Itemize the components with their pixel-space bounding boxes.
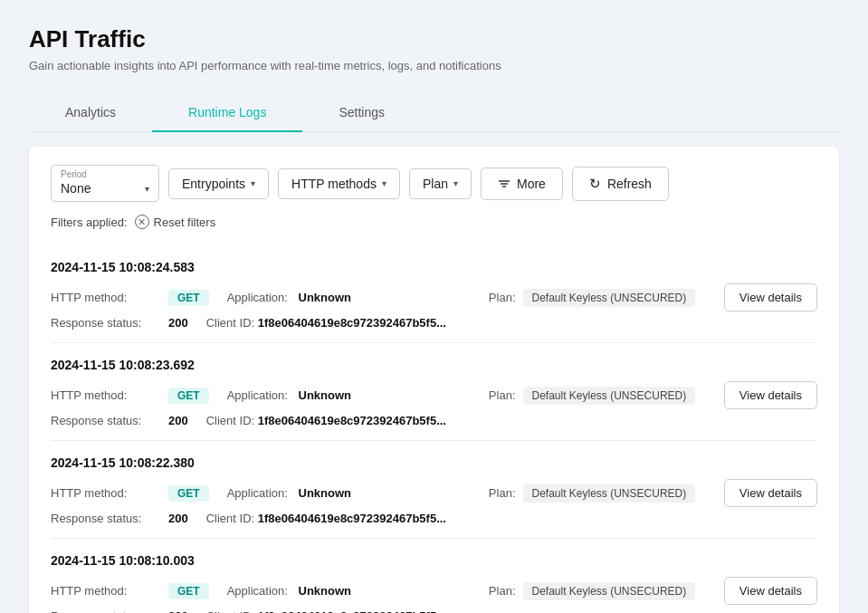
http-method-label: HTTP method: xyxy=(51,291,168,304)
application-value: Unknown xyxy=(299,388,352,402)
period-dropdown[interactable]: Period None ▾ xyxy=(51,165,159,202)
reset-filters-label: Reset filters xyxy=(154,216,216,229)
log-status-row: Response status: 200 Client ID: 1f8e0640… xyxy=(51,512,817,525)
log-timestamp: 2024-11-15 10:08:10.003 xyxy=(51,553,817,568)
response-status-label: Response status: xyxy=(51,609,168,613)
client-id-section: Client ID: 1f8e06404619e8c972392467b5f5.… xyxy=(206,512,817,525)
chevron-down-icon: ▾ xyxy=(453,178,458,188)
plan-label: Plan xyxy=(423,177,448,191)
http-methods-label: HTTP methods xyxy=(291,177,377,191)
application-label: Application: xyxy=(227,291,288,304)
page-subtitle: Gain actionable insights into API perfor… xyxy=(29,59,839,72)
chevron-down-icon: ▾ xyxy=(251,178,255,188)
response-status-value: 200 xyxy=(168,414,188,427)
method-badge: GET xyxy=(168,290,209,306)
reset-filters-button[interactable]: ✕ Reset filters xyxy=(135,215,216,229)
plan-label: Plan: xyxy=(489,291,516,304)
client-id-section: Client ID: 1f8e06404619e8c972392467b5f5.… xyxy=(206,609,817,613)
http-method-label: HTTP method: xyxy=(51,486,168,500)
tab-runtime-logs[interactable]: Runtime Logs xyxy=(152,94,302,132)
entrypoints-label: Entrypoints xyxy=(182,177,245,191)
logs-container: 2024-11-15 10:08:24.583 HTTP method: GET… xyxy=(51,245,817,613)
client-id-label: Client ID: xyxy=(206,414,254,427)
view-details-button[interactable]: View details xyxy=(724,283,817,311)
response-status-value: 200 xyxy=(168,316,188,330)
log-method-row: HTTP method: GET Application: Unknown Pl… xyxy=(51,381,817,409)
filters-applied-label: Filters applied: xyxy=(51,216,128,229)
tab-analytics[interactable]: Analytics xyxy=(29,94,152,132)
view-details-button[interactable]: View details xyxy=(724,381,817,409)
plan-section: Plan: Default Keyless (UNSECURED) xyxy=(489,289,724,307)
view-details-button[interactable]: View details xyxy=(724,577,817,605)
client-id-label: Client ID: xyxy=(206,316,254,330)
plan-badge: Default Keyless (UNSECURED) xyxy=(523,387,696,405)
period-value: None xyxy=(61,181,91,196)
client-id-section: Client ID: 1f8e06404619e8c972392467b5f5.… xyxy=(206,316,817,330)
plan-section: Plan: Default Keyless (UNSECURED) xyxy=(489,484,724,503)
refresh-label: Refresh xyxy=(607,177,652,191)
client-id-section: Client ID: 1f8e06404619e8c972392467b5f5.… xyxy=(206,414,817,427)
plan-section: Plan: Default Keyless (UNSECURED) xyxy=(489,387,724,405)
application-section: Application: Unknown xyxy=(227,486,489,500)
view-details-button[interactable]: View details xyxy=(724,479,817,507)
main-card: Period None ▾ Entrypoints ▾ HTTP methods… xyxy=(29,147,839,613)
client-id-value: 1f8e06404619e8c972392467b5f5... xyxy=(258,316,446,330)
chevron-down-icon: ▾ xyxy=(145,184,149,194)
application-section: Application: Unknown xyxy=(227,388,489,402)
application-label: Application: xyxy=(227,486,288,500)
application-section: Application: Unknown xyxy=(227,584,489,598)
method-badge: GET xyxy=(168,388,209,404)
close-circle-icon: ✕ xyxy=(135,215,149,229)
plan-badge: Default Keyless (UNSECURED) xyxy=(523,289,696,307)
response-status-value: 200 xyxy=(168,512,188,525)
plan-badge: Default Keyless (UNSECURED) xyxy=(523,582,696,600)
log-status-row: Response status: 200 Client ID: 1f8e0640… xyxy=(51,414,817,427)
more-button[interactable]: More xyxy=(481,168,563,200)
plan-dropdown[interactable]: Plan ▾ xyxy=(409,168,472,199)
application-value: Unknown xyxy=(299,486,352,500)
client-id-value: 1f8e06404619e8c972392467b5f5... xyxy=(258,512,446,525)
client-id-label: Client ID: xyxy=(206,609,254,613)
application-value: Unknown xyxy=(299,584,352,598)
plan-badge: Default Keyless (UNSECURED) xyxy=(523,484,696,503)
tabs-bar: Analytics Runtime Logs Settings xyxy=(29,94,839,132)
http-method-label: HTTP method: xyxy=(51,388,168,402)
table-row: 2024-11-15 10:08:22.380 HTTP method: GET… xyxy=(51,440,817,538)
application-label: Application: xyxy=(227,584,288,598)
plan-label: Plan: xyxy=(489,584,516,598)
client-id-value: 1f8e06404619e8c972392467b5f5... xyxy=(258,609,446,613)
http-methods-dropdown[interactable]: HTTP methods ▾ xyxy=(278,168,400,199)
log-status-row: Response status: 200 Client ID: 1f8e0640… xyxy=(51,316,817,330)
period-select[interactable]: None ▾ xyxy=(61,181,149,196)
client-id-label: Client ID: xyxy=(206,512,254,525)
refresh-button[interactable]: ↻ Refresh xyxy=(572,167,669,201)
plan-section: Plan: Default Keyless (UNSECURED) xyxy=(489,582,724,600)
application-value: Unknown xyxy=(299,291,352,304)
plan-label: Plan: xyxy=(489,486,516,500)
log-status-row: Response status: 200 Client ID: 1f8e0640… xyxy=(51,609,817,613)
table-row: 2024-11-15 10:08:24.583 HTTP method: GET… xyxy=(51,245,817,342)
log-timestamp: 2024-11-15 10:08:23.692 xyxy=(51,358,817,372)
more-label: More xyxy=(517,177,546,191)
table-row: 2024-11-15 10:08:23.692 HTTP method: GET… xyxy=(51,342,817,440)
log-method-row: HTTP method: GET Application: Unknown Pl… xyxy=(51,283,817,311)
log-timestamp: 2024-11-15 10:08:24.583 xyxy=(51,260,817,274)
table-row: 2024-11-15 10:08:10.003 HTTP method: GET… xyxy=(51,538,817,613)
page-wrapper: API Traffic Gain actionable insights int… xyxy=(0,0,868,613)
tab-settings[interactable]: Settings xyxy=(302,94,421,132)
http-method-label: HTTP method: xyxy=(51,584,168,598)
plan-label: Plan: xyxy=(489,388,516,402)
response-status-label: Response status: xyxy=(51,414,168,427)
entrypoints-dropdown[interactable]: Entrypoints ▾ xyxy=(168,168,269,199)
period-label: Period xyxy=(61,169,149,179)
method-badge: GET xyxy=(168,583,209,599)
refresh-icon: ↻ xyxy=(589,176,601,192)
log-timestamp: 2024-11-15 10:08:22.380 xyxy=(51,455,817,470)
chevron-down-icon: ▾ xyxy=(382,178,386,188)
response-status-value: 200 xyxy=(168,609,188,613)
log-method-row: HTTP method: GET Application: Unknown Pl… xyxy=(51,479,817,507)
response-status-label: Response status: xyxy=(51,512,168,525)
filters-row: Period None ▾ Entrypoints ▾ HTTP methods… xyxy=(51,165,817,202)
client-id-value: 1f8e06404619e8c972392467b5f5... xyxy=(258,414,446,427)
filter-icon xyxy=(498,177,510,190)
